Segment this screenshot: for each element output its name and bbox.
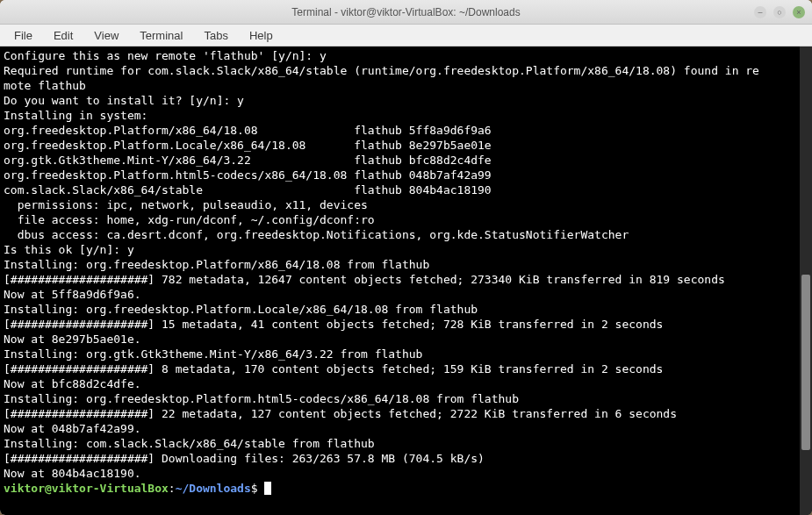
terminal-line: [####################] 8 metadata, 170 c… — [4, 361, 796, 376]
terminal-line: org.freedesktop.Platform.html5-codecs/x8… — [4, 168, 796, 182]
terminal-line: org.freedesktop.Platform.Locale/x86_64/1… — [4, 138, 796, 153]
scrollbar[interactable] — [800, 46, 812, 515]
terminal-line: [####################] 782 metadata, 126… — [4, 272, 796, 287]
prompt-path: ~/Downloads — [176, 482, 251, 495]
terminal-line: Installing in system: — [4, 108, 796, 123]
window-title: Terminal - viktor@viktor-VirtualBox: ~/D… — [7, 6, 805, 18]
terminal-line: Installing: org.freedesktop.Platform.htm… — [4, 391, 796, 406]
menu-edit[interactable]: Edit — [45, 27, 82, 44]
maximize-button[interactable]: ○ — [773, 6, 786, 18]
prompt-line: viktor@viktor-VirtualBox:~/Downloads$ — [4, 481, 796, 496]
terminal-line: Now at bfc88d2c4dfe. — [4, 376, 796, 391]
terminal-line: permissions: ipc, network, pulseaudio, x… — [4, 197, 796, 212]
terminal-line: Now at 048b7af42a99. — [4, 421, 796, 436]
terminal-line: Installing: org.gtk.Gtk3theme.Mint-Y/x86… — [4, 347, 796, 361]
menu-file[interactable]: File — [5, 27, 41, 44]
terminal-line: org.gtk.Gtk3theme.Mint-Y/x86_64/3.22 fla… — [4, 153, 796, 168]
terminal-line: org.freedesktop.Platform/x86_64/18.08 fl… — [4, 123, 796, 138]
prompt-sep: : — [169, 482, 176, 495]
close-button[interactable]: × — [793, 6, 805, 18]
prompt-dollar: $ — [251, 482, 258, 495]
terminal-content[interactable]: Configure this as new remote 'flathub' [… — [0, 46, 800, 515]
terminal-line: Is this ok [y/n]: y — [4, 242, 796, 257]
terminal-line: Now at 5ff8a9d6f9a6. — [4, 287, 796, 302]
terminal-line: Installing: com.slack.Slack/x86_64/stabl… — [4, 436, 796, 451]
prompt-user: viktor@viktor-VirtualBox — [4, 482, 169, 495]
terminal-line: [####################] 15 metadata, 41 c… — [4, 317, 796, 332]
terminal-line: dbus access: ca.desrt.dconf, org.freedes… — [4, 227, 796, 242]
terminal-line: Installing: org.freedesktop.Platform/x86… — [4, 257, 796, 272]
menu-terminal[interactable]: Terminal — [131, 27, 191, 44]
window-controls: – ○ × — [754, 6, 805, 18]
terminal-window: Terminal - viktor@viktor-VirtualBox: ~/D… — [0, 0, 812, 515]
terminal-line: [####################] Downloading files… — [4, 451, 796, 466]
terminal-line: Configure this as new remote 'flathub' [… — [4, 48, 796, 63]
titlebar[interactable]: Terminal - viktor@viktor-VirtualBox: ~/D… — [0, 0, 812, 25]
terminal-line: Do you want to install it? [y/n]: y — [4, 93, 796, 108]
terminal-line: mote flathub — [4, 78, 796, 93]
menu-tabs[interactable]: Tabs — [195, 27, 236, 44]
cursor-icon — [264, 482, 271, 495]
terminal-line: [####################] 22 metadata, 127 … — [4, 406, 796, 421]
menubar: File Edit View Terminal Tabs Help — [0, 25, 812, 46]
menu-help[interactable]: Help — [241, 27, 282, 44]
minimize-button[interactable]: – — [754, 6, 766, 18]
menu-view[interactable]: View — [85, 27, 127, 44]
terminal-line: Now at 8e297b5ae01e. — [4, 332, 796, 347]
terminal-line: Now at 804b4ac18190. — [4, 466, 796, 481]
terminal-line: Required runtime for com.slack.Slack/x86… — [4, 63, 796, 78]
terminal-line: file access: home, xdg-run/dconf, ~/.con… — [4, 212, 796, 227]
scrollbar-thumb[interactable] — [801, 275, 810, 450]
terminal-line: com.slack.Slack/x86_64/stable flathub 80… — [4, 182, 796, 197]
terminal-line: Installing: org.freedesktop.Platform.Loc… — [4, 302, 796, 317]
terminal-area: Configure this as new remote 'flathub' [… — [0, 46, 812, 515]
